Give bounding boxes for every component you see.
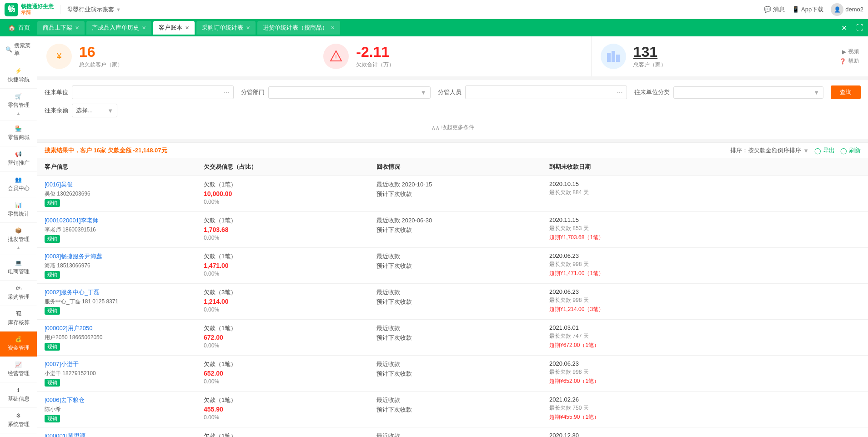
tab-product-off[interactable]: 商品上下架 ✕: [37, 21, 85, 35]
sidebar-item-quick-nav[interactable]: ⚡ 快捷导航: [0, 63, 37, 89]
debt-info-7: 欠款（1笔） 429.00 0.00%: [204, 432, 376, 437]
company-selector[interactable]: 母婴行业演示账套 ▼: [67, 5, 121, 14]
total-customers-label: 总客户（家）: [633, 61, 666, 69]
tab-customer-account[interactable]: 客户账本 ✕: [153, 21, 195, 35]
inventory-icon: 🏗: [16, 311, 21, 317]
overdue-info-1: 2020.11.15 最长欠款 853 天 超期¥1,703.68（1笔）: [549, 216, 861, 241]
result-info: 搜索结果中，客户 16家 欠款金额 -21,148.07元: [45, 146, 167, 155]
export-button[interactable]: ◯ 导出: [814, 146, 835, 155]
col-debt-info: 欠交易信息（占比）: [204, 163, 376, 171]
logo-area: 畅 畅捷通好生意 示踪 母婴行业演示账套 ▼: [5, 3, 121, 16]
overdue-link-5[interactable]: 超期¥652.00（1笔）: [549, 377, 861, 385]
stat-card-right: ▶ 视频 ❓ 帮助: [839, 48, 859, 65]
tab-purchase-stats2-label: 进货单统计表（按商品）: [263, 24, 328, 32]
debt-info-0: 欠款（1笔） 10,000.00 0.00%: [204, 181, 376, 205]
tab-purchase-stats[interactable]: 采购订单统计表 ✕: [196, 21, 256, 35]
close-all-btn[interactable]: ✕: [838, 23, 850, 33]
overdue-link-6[interactable]: 超期¥455.90（1笔）: [549, 413, 861, 421]
overdue-link-4[interactable]: 超期¥672.00（1笔）: [549, 342, 861, 349]
tab-close-product-off[interactable]: ✕: [75, 25, 79, 31]
sidebar: 🔍 搜索菜单 ⚡ 快捷导航 🛒 零售管理 ▲ 🏪 零售商城 📢 营销推广 👥 会…: [0, 36, 37, 437]
customer-name-0[interactable]: [0016]吴俊: [45, 181, 204, 189]
customer-name-6[interactable]: [0006]去下粮仓: [45, 396, 204, 404]
input-往来单位[interactable]: ···: [72, 85, 234, 99]
sidebar-item-enterprise-collab[interactable]: 🤝 企业协同: [0, 433, 37, 437]
sidebar-item-operations[interactable]: 📈 经营管理: [0, 357, 37, 382]
user-avatar[interactable]: 👤 demo2: [831, 3, 863, 16]
overdue-customers-label: 总欠款客户（家）: [79, 61, 123, 69]
search-button[interactable]: 查询: [831, 85, 861, 99]
svg-text:¥: ¥: [56, 51, 62, 61]
refresh-icon: ◯: [840, 147, 847, 154]
filter-分管人员: 分管人员 ···: [438, 85, 627, 99]
collapse-icon: ∧∧: [431, 125, 440, 131]
status-badge-3: 现销: [45, 307, 60, 315]
play-icon: ▶: [842, 49, 846, 55]
app-download-btn[interactable]: 📱 App下载: [792, 5, 823, 14]
sidebar-item-ecommerce[interactable]: 💻 电商管理: [0, 255, 37, 281]
message-btn[interactable]: 💬 消息: [764, 5, 785, 14]
refresh-button[interactable]: ◯ 刷新: [840, 146, 861, 155]
sidebar-item-system[interactable]: ⚙ 系统管理: [0, 408, 37, 433]
tab-product-history[interactable]: 产成品入库单历史 ✕: [86, 21, 151, 35]
sidebar-item-inventory[interactable]: 🏗 库存核算: [0, 306, 37, 332]
customer-name-4[interactable]: [000002]用户2050: [45, 324, 204, 332]
operations-icon: 📈: [15, 362, 22, 368]
customer-name-5[interactable]: [0007]小迸干: [45, 360, 204, 368]
tab-purchase-stats2[interactable]: 进货单统计表（按商品） ✕: [257, 21, 340, 35]
collapse-button[interactable]: ∧∧ 收起更多条件: [431, 124, 474, 131]
debt-info-1: 欠款（1笔） 1,703.68 0.00%: [204, 216, 376, 241]
tab-close-product-history[interactable]: ✕: [142, 25, 146, 31]
customer-name-7[interactable]: [000001]黄思源: [45, 432, 204, 437]
select-分管部门[interactable]: ▼: [268, 86, 430, 99]
customer-info-6: [0006]去下粮仓 陈小希 现销: [45, 396, 204, 422]
quick-nav-icon: ⚡: [15, 68, 22, 74]
ecommerce-icon: 💻: [15, 260, 22, 266]
customer-name-3[interactable]: [0002]服务中心_丁磊: [45, 288, 204, 296]
sidebar-item-basic-info[interactable]: ℹ 基础信息: [0, 382, 37, 408]
tab-purchase-stats-label: 采购订单统计表: [202, 24, 243, 32]
overdue-info-7: 2020.12.30 最长欠款 808 天 超期¥429.00（1笔）: [549, 432, 861, 437]
tab-close-customer-account[interactable]: ✕: [185, 25, 189, 31]
video-link[interactable]: ▶ 视频: [842, 48, 859, 55]
sidebar-item-batch-mgmt[interactable]: 📦 批发管理 ▲: [0, 223, 37, 255]
sidebar-item-retail-mgmt[interactable]: 🛒 零售管理 ▲: [0, 89, 37, 121]
sidebar-item-finance[interactable]: 💰 资金管理: [0, 332, 37, 357]
tab-close-purchase-stats[interactable]: ✕: [246, 25, 250, 31]
sidebar-item-retail-mall[interactable]: 🏪 零售商城: [0, 121, 37, 146]
overdue-info-3: 2020.06.23 最长欠款 998 天 超期¥1,214.00（3笔）: [549, 288, 861, 313]
overdue-link-1[interactable]: 超期¥1,703.68（1笔）: [549, 234, 861, 241]
status-badge-2: 现销: [45, 271, 60, 279]
recovery-info-3: 最近收款 预计下次收款: [376, 288, 549, 306]
expand-btn[interactable]: ⛶: [853, 23, 866, 33]
overdue-link-3[interactable]: 超期¥1,214.00（3笔）: [549, 306, 861, 313]
customer-phone-4: 用户2050 18665062050: [45, 334, 204, 342]
export-icon: ◯: [814, 147, 821, 154]
tab-close-purchase-stats2[interactable]: ✕: [331, 25, 335, 31]
help-link[interactable]: ❓ 帮助: [839, 57, 859, 65]
select-往来余额[interactable]: 选择... ▼: [72, 104, 117, 117]
sidebar-item-purchase[interactable]: 🛍 采购管理: [0, 281, 37, 306]
sidebar-top: 🔍 搜索菜单: [0, 36, 37, 63]
recovery-info-6: 最近收款 预计下次收款: [376, 396, 549, 414]
customer-name-2[interactable]: [0003]畅捷服务尹海蕊: [45, 252, 204, 261]
sidebar-search[interactable]: 🔍 搜索菜单: [2, 40, 35, 59]
input-分管人员[interactable]: ···: [465, 85, 627, 99]
tab-customer-account-label: 客户账本: [159, 24, 182, 32]
logo-icon: 畅: [5, 3, 18, 16]
company-name: 母婴行业演示账套: [67, 5, 114, 14]
sidebar-item-member[interactable]: 👥 会员中心: [0, 172, 37, 197]
status-badge-1: 现销: [45, 235, 60, 243]
total-customers-info: 131 总客户（家）: [633, 45, 666, 69]
total-customers-icon: [601, 44, 626, 69]
sidebar-item-retail-stats[interactable]: 📊 零售统计: [0, 197, 37, 223]
overdue-link-2[interactable]: 超期¥1,471.00（1笔）: [549, 270, 861, 277]
select-往来单位分类[interactable]: ▼: [673, 86, 823, 99]
sort-button[interactable]: 排序：按欠款金额倒序排序 ▼: [730, 146, 809, 155]
sidebar-item-marketing[interactable]: 📢 营销推广: [0, 146, 37, 172]
tab-home[interactable]: 🏠 首页: [3, 21, 35, 35]
svg-text:!: !: [336, 54, 337, 60]
table-row: [000002]用户2050 用户2050 18665062050 现销 欠款（…: [37, 320, 868, 356]
tab-home-label: 首页: [18, 24, 30, 32]
customer-name-1[interactable]: [0001020001]李老师: [45, 216, 204, 225]
